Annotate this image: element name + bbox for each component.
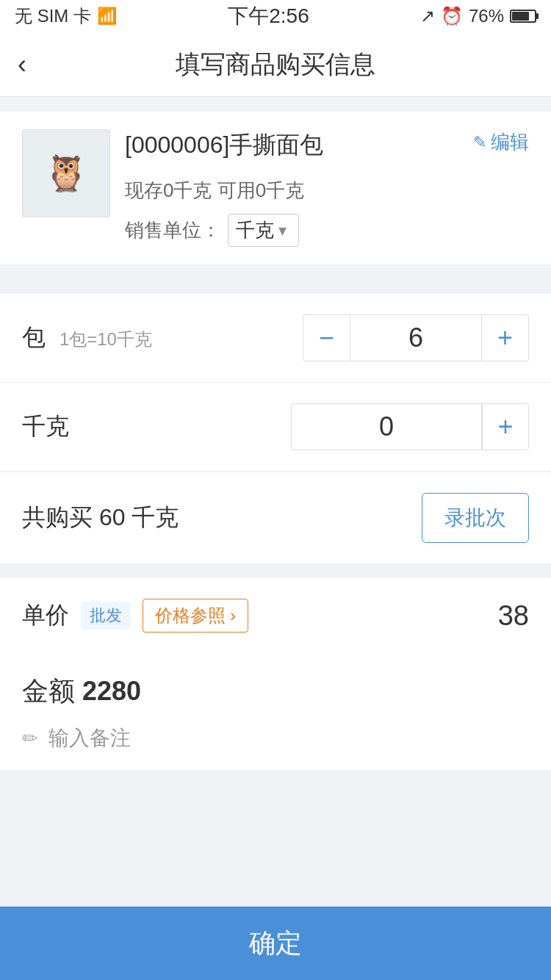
amount-section: 金额 2280 ✏ 输入备注 xyxy=(0,653,551,770)
kilo-controls: + xyxy=(291,403,529,450)
edit-label: 编辑 xyxy=(491,129,529,155)
unit-value: 千克 xyxy=(236,217,274,243)
back-button[interactable]: ‹ xyxy=(18,49,26,80)
package-input[interactable] xyxy=(350,314,482,361)
package-controls: − + xyxy=(303,314,529,361)
alarm-icon: ⏰ xyxy=(441,6,463,26)
product-unit-row: 销售单位： 千克 ▾ xyxy=(125,214,529,247)
package-quantity-row: 包 1包=10千克 − + xyxy=(0,294,551,383)
kilo-label-row: 千克 xyxy=(22,411,291,443)
package-plus-button[interactable]: + xyxy=(482,314,529,361)
price-label-row: 单价 批发 价格参照 › xyxy=(22,599,248,633)
price-section: 单价 批发 价格参照 › 38 xyxy=(0,578,551,653)
unit-select[interactable]: 千克 ▾ xyxy=(228,214,299,247)
price-ref-arrow-icon: › xyxy=(230,605,236,626)
package-minus-button[interactable]: − xyxy=(303,314,350,361)
product-header-row: [0000006]手撕面包 ✎ 编辑 xyxy=(125,129,529,170)
carrier-label: 无 SIM 卡 xyxy=(15,4,91,28)
status-bar: 无 SIM 卡 📶 下午2:56 ↗ ⏰ 76% xyxy=(0,0,551,32)
page-title: 填写商品购买信息 xyxy=(176,48,375,82)
amount-value: 2280 xyxy=(82,676,141,706)
total-section: 共购买 60 千克 录批次 xyxy=(0,472,551,563)
edit-icon: ✎ xyxy=(473,133,486,152)
quantity-section: 包 1包=10千克 − + 千克 + 共购买 60 千克 录批次 xyxy=(0,294,551,563)
wifi-icon: 📶 xyxy=(97,7,117,26)
status-time: 下午2:56 xyxy=(228,2,309,30)
section-divider-2 xyxy=(0,563,551,578)
confirm-button[interactable]: 确定 xyxy=(0,907,551,980)
product-stock: 现存0千克 可用0千克 xyxy=(125,178,529,203)
price-tag-badge: 批发 xyxy=(81,602,131,630)
product-logo-icon: 🦉 xyxy=(44,153,88,194)
total-unit: 千克 xyxy=(125,504,179,530)
package-hint: 1包=10千克 xyxy=(60,329,152,349)
price-ref-label: 价格参照 xyxy=(155,604,226,627)
battery-percent: 76% xyxy=(469,6,504,26)
battery-icon xyxy=(510,10,536,23)
nav-bar: ‹ 填写商品购买信息 xyxy=(0,32,551,97)
kilo-plus-button[interactable]: + xyxy=(482,403,529,450)
price-value: 38 xyxy=(498,600,529,632)
amount-row: 金额 2280 xyxy=(22,674,529,710)
total-label: 共购买 xyxy=(22,504,99,530)
remark-row[interactable]: ✏ 输入备注 xyxy=(22,724,529,752)
product-info: [0000006]手撕面包 ✎ 编辑 现存0千克 可用0千克 销售单位： 千克 … xyxy=(125,129,529,247)
pencil-icon: ✏ xyxy=(22,727,38,750)
total-amount: 60 xyxy=(99,504,126,530)
amount-label: 金额 xyxy=(22,676,82,706)
status-right: ↗ ⏰ 76% xyxy=(420,6,536,26)
remark-placeholder: 输入备注 xyxy=(48,724,131,752)
package-label: 包 xyxy=(22,324,46,350)
kilo-quantity-row: 千克 + xyxy=(0,383,551,472)
price-label: 单价 xyxy=(22,599,69,632)
package-label-row: 包 1包=10千克 xyxy=(22,322,303,354)
product-thumbnail: 🦉 xyxy=(22,129,110,217)
batch-button[interactable]: 录批次 xyxy=(422,493,529,543)
location-icon: ↗ xyxy=(420,6,435,26)
status-left: 无 SIM 卡 📶 xyxy=(15,4,117,28)
unit-label: 销售单位： xyxy=(125,217,220,243)
dropdown-arrow-icon: ▾ xyxy=(278,221,287,240)
product-section: 🦉 [0000006]手撕面包 ✎ 编辑 现存0千克 可用0千克 销售单位： 千… xyxy=(0,112,551,264)
section-divider-1 xyxy=(0,264,551,279)
product-name: [0000006]手撕面包 xyxy=(125,129,323,162)
total-text: 共购买 60 千克 xyxy=(22,502,179,534)
price-ref-button[interactable]: 价格参照 › xyxy=(143,599,248,633)
kilo-input[interactable] xyxy=(291,403,482,450)
edit-button[interactable]: ✎ 编辑 xyxy=(473,129,529,155)
kilo-label: 千克 xyxy=(22,413,69,439)
